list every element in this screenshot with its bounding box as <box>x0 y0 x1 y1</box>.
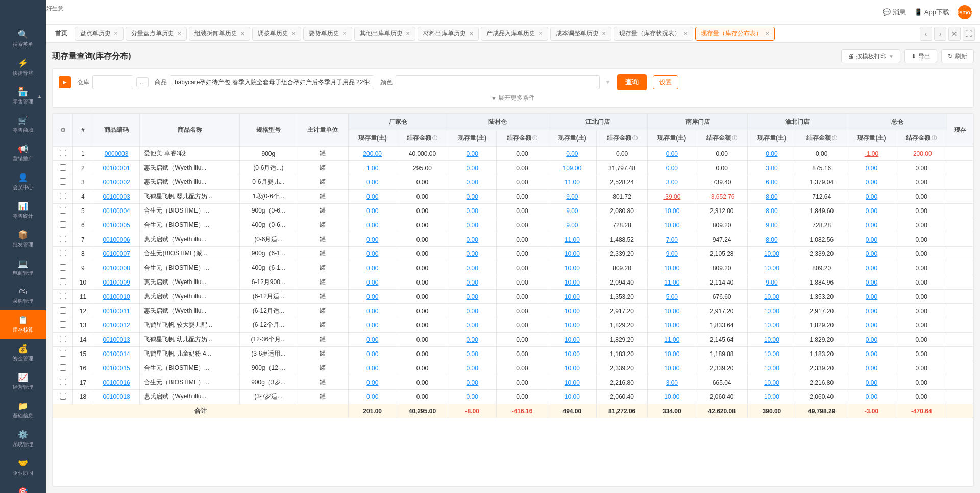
cell-cjc-qty[interactable]: 0.00 <box>348 175 397 190</box>
sidebar-item-retail-store[interactable]: 🛒 零售商城 <box>0 110 46 139</box>
tab-stock-status[interactable]: 现存量（库存状况表） ✕ <box>614 27 693 41</box>
sidebar-item-stock[interactable]: 📋 库存核算 <box>0 310 46 339</box>
info-icon-lcc[interactable]: ⓘ <box>532 135 537 141</box>
warehouse-input[interactable] <box>92 75 133 89</box>
tab-close-icon[interactable]: ✕ <box>765 31 769 36</box>
cell-lcc-qty[interactable]: 0.00 <box>448 290 497 304</box>
cell-cjc-qty[interactable]: 1.00 <box>348 161 397 175</box>
app-download-btn[interactable]: 📱 App下载 <box>914 8 949 17</box>
print-btn[interactable]: 🖨 按模板打印 ▼ <box>841 49 900 63</box>
cell-na-qty[interactable]: 9.00 <box>648 247 696 261</box>
cell-tot-qty[interactable]: 0.00 <box>847 232 896 247</box>
tab-close-icon[interactable]: ✕ <box>683 31 688 36</box>
sidebar-item-nav[interactable]: ⚡ 快捷导航 <box>0 53 46 82</box>
cell-cjc-qty[interactable]: 0.00 <box>348 232 397 247</box>
cell-checkbox[interactable] <box>53 361 73 375</box>
cell-cjc-qty[interactable]: 0.00 <box>348 361 397 375</box>
sidebar-item-retail[interactable]: 🏪 零售管理 ▲ <box>0 82 46 110</box>
message-btn[interactable]: 💬 消息 <box>883 8 906 17</box>
cell-yb-qty[interactable]: 8.00 <box>747 232 796 247</box>
cell-tot-qty[interactable]: 0.00 <box>847 218 896 232</box>
cell-jb-qty[interactable]: 10.00 <box>548 261 596 275</box>
cell-yb-qty[interactable]: 10.00 <box>747 390 796 404</box>
tab-close-icon[interactable]: ✕ <box>342 31 347 36</box>
cell-tot-qty[interactable]: 0.00 <box>847 333 896 347</box>
cell-na-qty[interactable]: 10.00 <box>648 347 696 361</box>
cell-code[interactable]: 00100011 <box>93 304 140 318</box>
cell-code[interactable]: 00100010 <box>93 290 140 304</box>
cell-lcc-qty[interactable]: 0.00 <box>448 161 497 175</box>
cell-lcc-qty[interactable]: 0.00 <box>448 275 497 290</box>
cell-yb-qty[interactable]: 10.00 <box>747 375 796 390</box>
tab-close-icon[interactable]: ✕ <box>538 31 543 36</box>
cell-tot-qty[interactable]: 0.00 <box>847 304 896 318</box>
cell-code[interactable]: 00100005 <box>93 218 140 232</box>
cell-code[interactable]: 00100006 <box>93 232 140 247</box>
cell-yb-qty[interactable]: 10.00 <box>747 333 796 347</box>
cell-jb-qty[interactable]: 10.00 <box>548 347 596 361</box>
cell-yb-qty[interactable]: 10.00 <box>747 347 796 361</box>
cell-checkbox[interactable] <box>53 147 73 161</box>
cell-lcc-qty[interactable]: 0.00 <box>448 304 497 318</box>
cell-checkbox[interactable] <box>53 318 73 333</box>
cell-jb-qty[interactable]: 10.00 <box>548 375 596 390</box>
sidebar-item-retail-stats[interactable]: 📊 零售统计 <box>0 196 46 225</box>
cell-yb-qty[interactable]: 0.00 <box>747 147 796 161</box>
cell-jb-qty[interactable]: 11.00 <box>548 232 596 247</box>
tab-material-out[interactable]: 材料出库单历史 ✕ <box>418 27 479 41</box>
cell-code[interactable]: 00100012 <box>93 318 140 333</box>
tab-stock-dist[interactable]: 现存量（库存分布表） ✕ <box>695 27 775 41</box>
cell-code[interactable]: 00100001 <box>93 161 140 175</box>
cell-jb-qty[interactable]: 0.00 <box>548 147 596 161</box>
expand-btn[interactable]: ▼ 展开更多条件 <box>491 93 535 102</box>
cell-jb-qty[interactable]: 10.00 <box>548 304 596 318</box>
cell-code[interactable]: 00100009 <box>93 275 140 290</box>
tab-order[interactable]: 要货单历史 ✕ <box>303 27 352 41</box>
cell-tot-qty[interactable]: 0.00 <box>847 347 896 361</box>
sidebar-item-guide[interactable]: 🎯 新手引导 <box>0 482 46 493</box>
cell-tot-qty[interactable]: 0.00 <box>847 247 896 261</box>
info-icon-tot[interactable]: ⓘ <box>932 135 937 141</box>
cell-cjc-qty[interactable]: 0.00 <box>348 390 397 404</box>
cell-checkbox[interactable] <box>53 190 73 204</box>
cell-yb-qty[interactable]: 9.00 <box>747 218 796 232</box>
cell-checkbox[interactable] <box>53 304 73 318</box>
cell-code[interactable]: 00100018 <box>93 390 140 404</box>
sidebar-item-sys[interactable]: ⚙️ 系统管理 <box>0 425 46 453</box>
tab-close-icon[interactable]: ✕ <box>114 31 118 36</box>
cell-checkbox[interactable] <box>53 161 73 175</box>
cell-cjc-qty[interactable]: 0.00 <box>348 204 397 218</box>
sidebar-item-member[interactable]: 👤 会员中心 <box>0 168 46 196</box>
cell-jb-qty[interactable]: 10.00 <box>548 247 596 261</box>
cell-checkbox[interactable] <box>53 247 73 261</box>
cell-cjc-qty[interactable]: 0.00 <box>348 218 397 232</box>
cell-jb-qty[interactable]: 10.00 <box>548 275 596 290</box>
cell-cjc-qty[interactable]: 0.00 <box>348 347 397 361</box>
tab-prev-btn[interactable]: ‹ <box>920 27 932 41</box>
cell-na-qty[interactable]: 5.00 <box>648 290 696 304</box>
cell-lcc-qty[interactable]: 0.00 <box>448 175 497 190</box>
cell-code[interactable]: 00100016 <box>93 375 140 390</box>
tab-other-out[interactable]: 其他出库单历史 ✕ <box>354 27 415 41</box>
color-input[interactable] <box>396 75 600 89</box>
cell-lcc-qty[interactable]: 0.00 <box>448 361 497 375</box>
cell-checkbox[interactable] <box>53 218 73 232</box>
sidebar-item-search[interactable]: 🔍 搜索英单 <box>0 25 46 53</box>
refresh-btn[interactable]: ↻ 刷新 <box>941 49 974 63</box>
cell-yb-qty[interactable]: 10.00 <box>747 304 796 318</box>
warehouse-ellipsis-btn[interactable]: ... <box>136 77 149 87</box>
tab-transfer[interactable]: 调拨单历史 ✕ <box>252 27 301 41</box>
cell-yb-qty[interactable]: 8.00 <box>747 204 796 218</box>
cell-cjc-qty[interactable]: 0.00 <box>348 333 397 347</box>
cell-lcc-qty[interactable]: 0.00 <box>448 232 497 247</box>
cell-na-qty[interactable]: 10.00 <box>648 261 696 275</box>
cell-checkbox[interactable] <box>53 175 73 190</box>
cell-yb-qty[interactable]: 9.00 <box>747 275 796 290</box>
cell-lcc-qty[interactable]: 0.00 <box>448 247 497 261</box>
cell-tot-qty[interactable]: 0.00 <box>847 161 896 175</box>
cell-na-qty[interactable]: 11.00 <box>648 333 696 347</box>
info-icon-na[interactable]: ⓘ <box>732 135 737 141</box>
cell-tot-qty[interactable]: 0.00 <box>847 361 896 375</box>
sidebar-item-ecom[interactable]: 💻 电商管理 <box>0 253 46 282</box>
info-icon-jb[interactable]: ⓘ <box>632 135 638 141</box>
